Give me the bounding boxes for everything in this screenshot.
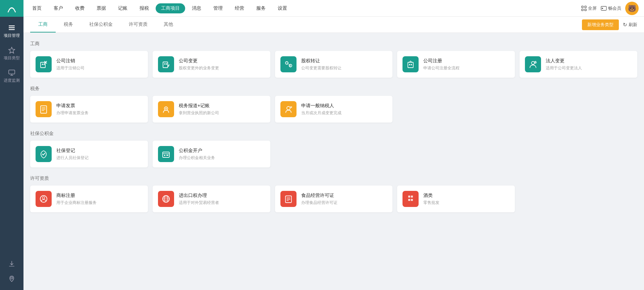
nav-accounting[interactable]: 记账 [113, 3, 133, 13]
svg-rect-1 [585, 6, 586, 8]
card-alcohol[interactable]: 酒类 零售批发 [397, 186, 515, 212]
svg-rect-52 [408, 196, 410, 198]
tab-bar: 工商 税务 社保公积金 许可资质 其他 新增业务类型 ↻ 刷新 [23, 17, 644, 33]
building-cancel-icon [39, 60, 48, 69]
card-title-general-taxpayer: 申请一般纳税人 [301, 103, 341, 109]
sidebar-item-project-type[interactable]: 项目类型 [0, 43, 23, 65]
card-desc-company-register: 申请公司注册全流程 [423, 65, 460, 71]
tab-industry[interactable]: 工商 [30, 17, 56, 32]
card-icon-import-export [158, 191, 174, 207]
card-text-food-permit: 食品经营许可证 办理食品经营许可证 [301, 193, 337, 206]
card-desc-equity-transfer: 公司变更需要股权转让 [301, 65, 341, 71]
nav-ticket[interactable]: 票据 [91, 3, 111, 13]
star-icon [8, 47, 15, 54]
nav-message[interactable]: 消息 [186, 3, 207, 13]
svg-rect-40 [166, 155, 168, 156]
svg-rect-20 [163, 62, 168, 68]
card-title-company-change: 公司变更 [179, 58, 219, 64]
sidebar-label-project-type: 项目类型 [4, 55, 20, 61]
svg-rect-6 [9, 25, 15, 26]
card-desc-legal-change: 适用于公司变更法人 [546, 65, 582, 71]
cards-tax: 申请发票 办理申请发票业务 税务报道+记账 拿到营业执照的新 [30, 96, 637, 123]
new-type-button[interactable]: 新增业务类型 [582, 19, 619, 30]
card-text-company-change: 公司变更 股权变更外的业务变更 [179, 58, 219, 71]
import-export-icon [161, 194, 171, 204]
location-icon-btn[interactable] [6, 273, 18, 285]
person-edit-icon [528, 60, 538, 69]
card-company-cancel[interactable]: 公司注销 适用于注销公司 [30, 51, 148, 78]
card-text-fund-account: 公积金开户 办理公积金相关业务 [179, 148, 215, 161]
card-tax-report[interactable]: 税务报道+记账 拿到营业执照的新公司 [153, 96, 270, 123]
card-icon-equity-transfer [280, 56, 297, 72]
mascot[interactable]: 🐻 [625, 2, 639, 15]
svg-rect-2 [582, 9, 583, 11]
section-title-social: 社保公积金 [30, 131, 637, 137]
card-text-tax-report: 税务报道+记账 拿到营业执照的新公司 [179, 103, 219, 116]
cards-social: 社保登记 进行人员社保登记 公积金开户 [30, 141, 637, 167]
tab-permit[interactable]: 许可资质 [121, 17, 156, 32]
cards-permit: 商标注册 用于企业商标注册服务 [30, 186, 637, 212]
card-desc-social-register: 进行人员社保登记 [56, 155, 89, 161]
card-trademark[interactable]: 商标注册 用于企业商标注册服务 [30, 186, 148, 212]
card-text-legal-change: 法人变更 适用于公司变更法人 [546, 58, 582, 71]
nav-items: 首页 客户 收费 票据 记账 报税 工商项目 消息 管理 经营 服务 设置 [23, 3, 581, 13]
nav-tax[interactable]: 报税 [134, 3, 154, 13]
vip-button[interactable]: 畅会员 [601, 5, 621, 11]
nav-service[interactable]: 服务 [251, 3, 271, 13]
fullscreen-button[interactable]: 全屏 [581, 5, 597, 11]
svg-point-42 [43, 197, 45, 199]
svg-rect-7 [9, 27, 15, 28]
tab-actions: 新增业务类型 ↻ 刷新 [582, 19, 637, 30]
card-company-register[interactable]: 公司注册 申请公司注册全流程 [397, 51, 515, 78]
tab-other[interactable]: 其他 [156, 17, 181, 32]
card-fund-account[interactable]: 公积金开户 办理公积金相关业务 [153, 141, 270, 167]
fullscreen-label: 全屏 [588, 5, 597, 11]
section-title-permit: 许可资质 [30, 175, 637, 182]
monitor-icon [8, 69, 15, 76]
logo[interactable] [0, 0, 23, 17]
card-legal-change[interactable]: 法人变更 适用于公司变更法人 [520, 51, 637, 78]
card-apply-invoice[interactable]: 申请发票 办理申请发票业务 [30, 96, 148, 123]
nav-fee[interactable]: 收费 [70, 3, 90, 13]
svg-rect-55 [411, 199, 413, 201]
nav-customer[interactable]: 客户 [48, 3, 68, 13]
svg-point-37 [287, 106, 290, 110]
refresh-button[interactable]: ↻ 刷新 [623, 22, 637, 28]
card-company-change[interactable]: 公司变更 股权变更外的业务变更 [153, 51, 270, 78]
card-desc-food-permit: 办理食品经营许可证 [301, 200, 337, 206]
nav-operation[interactable]: 经营 [229, 3, 250, 13]
card-import-export[interactable]: 进出口权办理 适用于对外贸易经营者 [153, 186, 270, 212]
tab-social-fund[interactable]: 社保公积金 [81, 17, 121, 32]
nav-manage[interactable]: 管理 [208, 3, 228, 13]
card-icon-company-change [158, 56, 174, 72]
building-edit-icon [161, 60, 171, 69]
card-title-import-export: 进出口权办理 [179, 193, 219, 199]
transfer-icon [284, 60, 293, 69]
card-icon-fund-account [158, 146, 174, 162]
svg-rect-21 [164, 63, 165, 65]
sidebar-item-project-manage[interactable]: 项目管理 [0, 20, 23, 43]
card-equity-transfer[interactable]: 股权转让 公司变更需要股权转让 [275, 51, 393, 78]
nav-settings[interactable]: 设置 [272, 3, 292, 13]
card-food-permit[interactable]: 食品经营许可证 办理食品经营许可证 [275, 186, 393, 212]
svg-rect-53 [411, 196, 413, 198]
tax-report-icon [161, 104, 171, 114]
svg-rect-26 [408, 62, 413, 68]
card-general-taxpayer[interactable]: 申请一般纳税人 当月或次月成变更完成 [275, 96, 393, 123]
svg-point-14 [11, 277, 13, 279]
download-icon-btn[interactable] [6, 258, 18, 270]
card-desc-company-change: 股权变更外的业务变更 [179, 65, 219, 71]
card-icon-general-taxpayer [280, 101, 297, 117]
tab-tax[interactable]: 税务 [56, 17, 81, 32]
nav-right: 全屏 畅会员 🐻 [581, 2, 644, 15]
nav-home[interactable]: 首页 [27, 3, 47, 13]
card-icon-food-permit [280, 191, 297, 207]
card-text-alcohol: 酒类 零售批发 [423, 193, 439, 206]
card-title-food-permit: 食品经营许可证 [301, 193, 337, 199]
building-reg-icon [406, 60, 415, 69]
card-social-register[interactable]: 社保登记 进行人员社保登记 [30, 141, 148, 167]
sidebar-item-progress[interactable]: 进度监测 [0, 65, 23, 87]
nav-industry[interactable]: 工商项目 [156, 3, 185, 13]
svg-rect-54 [408, 199, 410, 201]
card-title-trademark: 商标注册 [56, 193, 97, 199]
